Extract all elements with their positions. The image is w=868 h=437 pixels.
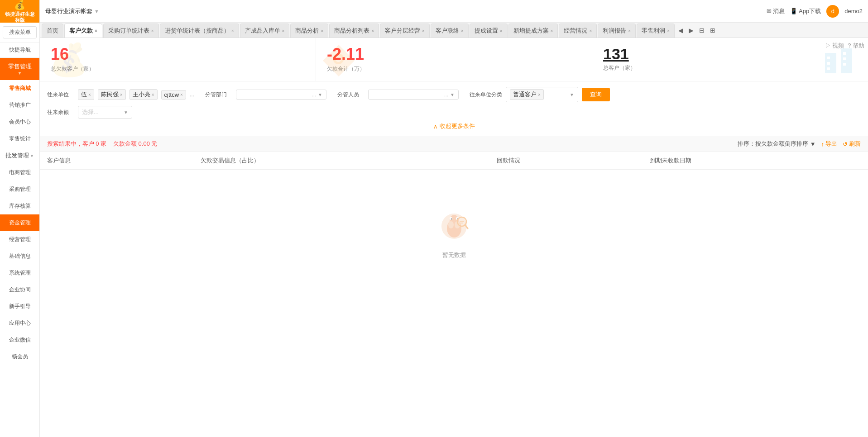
- branch-person-select[interactable]: ... ▼: [368, 90, 459, 100]
- tag-chen-remove[interactable]: ×: [120, 92, 123, 97]
- header-right: ✉ 消息 📱 App下载 d demo2: [767, 5, 863, 18]
- tag-wu-remove[interactable]: ×: [88, 92, 91, 97]
- tab-credit-label: 客户欠款: [69, 27, 93, 35]
- avatar[interactable]: d: [826, 5, 839, 18]
- tab-customer-contact[interactable]: 客户联络 ×: [431, 24, 469, 38]
- balance-select[interactable]: 选择... ▼: [78, 106, 132, 119]
- tab-production-close[interactable]: ×: [282, 28, 285, 33]
- result-prefix: 搜索结果中，客户: [47, 140, 94, 147]
- tab-commission-settings[interactable]: 提成设置 ×: [470, 24, 508, 38]
- sidebar-item-system[interactable]: 系统管理: [0, 265, 39, 281]
- tab-next-btn[interactable]: ▶: [686, 25, 696, 36]
- sidebar-item-wechat[interactable]: 企业微信: [0, 332, 39, 348]
- app-download-btn[interactable]: 📱 App下载: [790, 7, 821, 15]
- tab-new-commission-close[interactable]: ×: [551, 28, 553, 33]
- help-btn[interactable]: ? 帮助: [848, 42, 864, 50]
- collapse-label: 收起更多条件: [440, 122, 475, 130]
- search-menu[interactable]: 搜索菜单: [0, 23, 39, 43]
- quick-nav-btn[interactable]: 快捷导航: [0, 43, 39, 58]
- filter-more-tags[interactable]: ...: [190, 91, 194, 98]
- sidebar-item-retail-mall[interactable]: 零售商城: [0, 80, 39, 97]
- tab-inbound-stats[interactable]: 进货单统计表（按商品） ×: [160, 24, 239, 38]
- tab-retail-profit-label: 零售利润: [642, 27, 665, 35]
- branch-person-more: ...: [444, 92, 448, 97]
- tab-credit-close[interactable]: ×: [95, 28, 97, 33]
- tab-home[interactable]: 首页: [42, 24, 63, 38]
- sidebar-item-ecommerce[interactable]: 电商管理: [0, 164, 39, 181]
- tab-commission-settings-close[interactable]: ×: [500, 28, 503, 33]
- tag-cjttcw-remove[interactable]: ×: [180, 92, 183, 97]
- stat-credit-amount: ⚬ -2.11 欠款合计（万）: [316, 38, 592, 81]
- tag-cjttcw-label: cjttcw: [164, 91, 179, 98]
- sidebar-item-newguide[interactable]: 新手引导: [0, 298, 39, 315]
- category-tag-remove[interactable]: ×: [538, 92, 541, 97]
- tab-operations[interactable]: 经营情况 ×: [559, 24, 597, 38]
- sidebar-item-finance[interactable]: 资金管理: [0, 214, 39, 231]
- balance-placeholder: 选择...: [82, 108, 122, 116]
- sidebar-item-enterprise[interactable]: 企业协同: [0, 281, 39, 298]
- tab-new-commission[interactable]: 新增提成方案 ×: [508, 24, 558, 38]
- unit-category-arrow: ▼: [570, 92, 574, 97]
- tab-customer-contact-close[interactable]: ×: [461, 28, 464, 33]
- tab-product-list-label: 商品分析列表: [334, 27, 369, 35]
- export-btn[interactable]: ↑ 导出: [821, 140, 838, 148]
- tab-production[interactable]: 产成品入库单 ×: [240, 24, 290, 38]
- tab-customer-tier[interactable]: 客户分层经营 ×: [380, 24, 430, 38]
- tab-prev-btn[interactable]: ◀: [676, 25, 686, 36]
- stat-total-customers: 131 总客户（家） ▷ 视频 ? 帮助: [592, 38, 868, 81]
- sidebar-item-marketing[interactable]: 营销推广: [0, 97, 39, 114]
- branch-dept-select[interactable]: ... ▼: [236, 90, 326, 100]
- tab-collapse-btn[interactable]: ⊟: [696, 25, 707, 36]
- result-unit: 家: [101, 140, 106, 147]
- sidebar-item-member[interactable]: 畅会员: [0, 348, 39, 365]
- svg-rect-4: [827, 62, 830, 65]
- from-unit-label: 往来单位: [47, 91, 74, 99]
- search-menu-btn[interactable]: 搜索菜单: [3, 26, 37, 38]
- sidebar-item-purchase[interactable]: 采购管理: [0, 181, 39, 198]
- tab-profit-report-label: 利润报告: [603, 27, 626, 35]
- sidebar-item-inventory[interactable]: 库存核算: [0, 198, 39, 214]
- sidebar-item-membership[interactable]: 会员中心: [0, 114, 39, 130]
- tab-product-list[interactable]: 商品分析列表 ×: [329, 24, 379, 38]
- tab-inbound-close[interactable]: ×: [231, 28, 234, 33]
- tab-purchase-stats-close[interactable]: ×: [151, 28, 154, 33]
- tag-wang-remove[interactable]: ×: [152, 92, 154, 97]
- message-btn[interactable]: ✉ 消息: [767, 7, 785, 15]
- unit-category-select[interactable]: 普通客户 × ▼: [506, 87, 578, 102]
- filter-section: 往来单位 伍 × 陈民强 × 王小亮 × cjttcw × ...: [40, 81, 868, 136]
- tab-product-list-close[interactable]: ×: [371, 28, 374, 33]
- tab-profit-report-close[interactable]: ×: [628, 28, 631, 33]
- table-header-row: 客户信息 欠款交易信息（占比） 回款情况 到期未收款日期: [40, 152, 868, 170]
- tab-customer-credit[interactable]: 客户欠款 ×: [64, 24, 102, 38]
- sidebar-item-appcenter[interactable]: 应用中心: [0, 315, 39, 332]
- sort-select[interactable]: 排序：按欠款金额倒序排序 ▼: [738, 140, 816, 148]
- tab-purchase-stats[interactable]: 采购订单统计表 ×: [103, 24, 159, 38]
- sidebar-item-wholesale[interactable]: 批发管理▼: [0, 147, 39, 164]
- collapse-filter-btn[interactable]: ∧ 收起更多条件: [47, 122, 861, 130]
- tab-profit-report[interactable]: 利润报告 ×: [598, 24, 636, 38]
- tab-product-analysis-close[interactable]: ×: [321, 28, 323, 33]
- tab-retail-profit[interactable]: 零售利润 ×: [637, 24, 675, 38]
- tab-operations-close[interactable]: ×: [589, 28, 592, 33]
- video-help-btn[interactable]: ▷ 视频: [825, 42, 844, 50]
- refresh-btn[interactable]: ↺ 刷新: [843, 140, 861, 148]
- filter-row-2: 往来余额 选择... ▼: [47, 106, 861, 119]
- sidebar-item-basics[interactable]: 基础信息: [0, 248, 39, 265]
- export-icon: ↑: [821, 141, 825, 147]
- filter-row-1: 往来单位 伍 × 陈民强 × 王小亮 × cjttcw × ...: [47, 87, 861, 102]
- svg-rect-7: [843, 57, 846, 60]
- sidebar-item-retail-stats[interactable]: 零售统计: [0, 130, 39, 147]
- tag-chen-label: 陈民强: [101, 90, 119, 99]
- sidebar-item-operations[interactable]: 经营管理: [0, 231, 39, 248]
- tab-customer-tier-close[interactable]: ×: [422, 28, 425, 33]
- svg-rect-1: [825, 53, 836, 73]
- table-actions: 排序：按欠款金额倒序排序 ▼ ↑ 导出 ↺ 刷新: [738, 140, 861, 148]
- tab-expand-btn[interactable]: ⊞: [707, 25, 718, 36]
- tag-wu-label: 伍: [81, 90, 87, 99]
- tab-product-analysis[interactable]: 商品分析 ×: [290, 24, 328, 38]
- query-button[interactable]: 查询: [582, 88, 610, 101]
- sidebar-item-retail-management[interactable]: 零售管理 ▼: [0, 58, 39, 80]
- tab-retail-profit-close[interactable]: ×: [667, 28, 670, 33]
- svg-point-14: [451, 218, 452, 220]
- workspace-selector[interactable]: 母婴行业演示帐套 ▼: [45, 7, 99, 15]
